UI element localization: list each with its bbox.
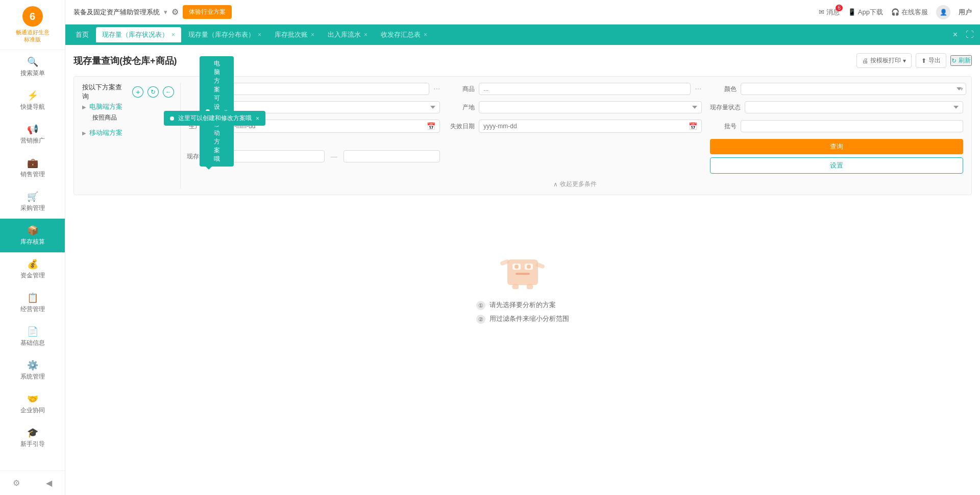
svg-point-3 — [514, 265, 519, 269]
calendar-icon[interactable]: 📅 — [427, 122, 435, 130]
filter-row-batch: 批号 — [710, 120, 963, 133]
empty-state: ① 请先选择要分析的方案 ② 用过滤条件来缩小分析范围 — [74, 203, 972, 369]
scheme-group-desktop: ▶ 电脑端方案 按照商品 — [82, 100, 174, 122]
sidebar-item-quick-nav[interactable]: ⚡ 快捷导航 — [0, 84, 65, 117]
refresh-btn[interactable]: ↻ 刷新 — [950, 55, 972, 66]
message-btn[interactable]: ✉ 消息 6 — [819, 8, 840, 17]
tab-close-all-btn[interactable]: × — [951, 28, 960, 41]
system-title: 装备及固定资产辅助管理系统 — [74, 8, 160, 17]
stock-status-select[interactable] — [745, 101, 963, 113]
filter-row-goods: 商品 ··· — [448, 83, 701, 95]
print-btn[interactable]: 🖨 按模板打印 ▾ — [856, 53, 912, 68]
sidebar-item-enterprise[interactable]: 🤝 企业协同 — [0, 387, 65, 421]
stock-main-from[interactable] — [228, 150, 325, 162]
app-download-btn[interactable]: 📱 App下载 — [848, 8, 883, 17]
search-buttons: 查询 设置 — [710, 139, 963, 174]
sidebar-item-finance[interactable]: 💰 资金管理 — [0, 252, 65, 286]
export-btn[interactable]: ⬆ 导出 — [916, 53, 946, 68]
guide-icon: 🎓 — [27, 427, 38, 438]
svg-point-4 — [527, 265, 531, 269]
reset-btn[interactable]: 设置 — [710, 157, 963, 174]
sidebar-nav: 🔍 搜索菜单 ⚡ 快捷导航 📢 营销推广 💼 销售管理 🛒 采购管理 📦 库存核… — [0, 50, 65, 470]
goods-input[interactable] — [479, 83, 691, 95]
expire-date-input[interactable]: 📅 — [479, 120, 701, 133]
sidebar-item-system[interactable]: ⚙️ 系统管理 — [0, 353, 65, 387]
filter-refresh-btn[interactable]: ↻ — [148, 86, 159, 98]
desktop-scheme-item[interactable]: 按照商品 — [82, 113, 174, 122]
origin-select[interactable] — [479, 101, 701, 113]
tab-close-stock-batch[interactable]: × — [311, 31, 314, 38]
export-icon: ⬆ — [921, 57, 926, 64]
sidebar-item-search[interactable]: 🔍 搜索菜单 — [0, 50, 65, 84]
scheme-group-desktop-header[interactable]: ▶ 电脑端方案 — [82, 100, 174, 113]
filter-row-origin: 产地 — [448, 101, 701, 113]
sidebar-item-marketing[interactable]: 📢 营销推广 — [0, 117, 65, 151]
sidebar-item-purchase[interactable]: 🛒 采购管理 — [0, 185, 65, 219]
headset-icon: 🎧 — [891, 8, 899, 16]
calendar-icon2[interactable]: 📅 — [689, 122, 697, 130]
page-content: 现存量查询(按仓库+商品) 🖨 按模板打印 ▾ ⬆ 导出 ↻ 刷新 — [65, 45, 980, 495]
quick-nav-icon: ⚡ — [27, 90, 38, 101]
filter-label: 按以下方案查询 — [82, 83, 128, 101]
marketing-icon: 📢 — [27, 124, 38, 135]
empty-step1: ① 请先选择要分析的方案 — [476, 300, 569, 310]
scheme-group-mobile-header[interactable]: ▶ 移动端方案 — [82, 126, 174, 139]
tab-close-stock-dist[interactable]: × — [258, 31, 261, 38]
filter-add-scheme-btn[interactable]: + — [132, 86, 143, 98]
filter-row-expire-date: 失效日期 📅 — [448, 120, 701, 133]
message-badge: 6 — [836, 5, 843, 11]
gear-btn[interactable]: ⚙ — [172, 7, 179, 17]
tooltip2-close[interactable]: × — [256, 115, 259, 122]
online-support-btn[interactable]: 🎧 在线客服 — [891, 8, 928, 17]
filter-right: 仓库 ··· 商品 ··· 颜色 — [187, 83, 963, 188]
goods-more-btn[interactable]: ··· — [695, 84, 701, 93]
header-right: ✉ 消息 6 📱 App下载 🎧 在线客服 👤 用户 — [819, 5, 972, 19]
tab-stock-dist[interactable]: 现存量（库存分布表） × — [182, 27, 267, 42]
batch-input[interactable] — [741, 120, 963, 132]
step2-text: 用过滤条件来缩小分析范围 — [489, 314, 569, 323]
user-avatar: 👤 — [936, 5, 950, 19]
color-select[interactable] — [741, 83, 966, 95]
svg-rect-6 — [512, 284, 519, 289]
stock-main-to[interactable] — [344, 150, 440, 162]
sidebar-item-basic-info[interactable]: 📄 基础信息 — [0, 320, 65, 353]
filter-back-btn[interactable]: ← — [163, 86, 174, 98]
tab-home[interactable]: 首页 — [69, 27, 95, 42]
basic-info-icon: 📄 — [27, 326, 38, 337]
expire-date-text[interactable] — [483, 123, 686, 130]
phone-icon: 📱 — [848, 8, 856, 16]
sidebar-item-guide[interactable]: 🎓 新手引导 — [0, 421, 65, 455]
user-name-label[interactable]: 用户 — [959, 8, 972, 17]
tab-stock-batch[interactable]: 库存批次账 × — [268, 27, 321, 42]
collapse-row[interactable]: ∧ 收起更多条件 — [187, 180, 963, 188]
tab-close-stock-status[interactable]: × — [172, 31, 175, 38]
tab-close-receive-summary[interactable]: × — [424, 31, 427, 38]
enterprise-icon: 🤝 — [27, 393, 38, 405]
search-btn[interactable]: 查询 — [710, 139, 963, 154]
tab-stock-status[interactable]: 现存量（库存状况表） × — [96, 27, 181, 42]
tab-close-stock-inout[interactable]: × — [364, 31, 368, 38]
scheme-group-mobile: ▶ 移动端方案 — [82, 126, 174, 139]
sidebar-item-sales[interactable]: 💼 销售管理 — [0, 151, 65, 185]
sidebar-item-operations[interactable]: 📋 经营管理 — [0, 286, 65, 320]
content-area: 现存量查询(按仓库+商品) 🖨 按模板打印 ▾ ⬆ 导出 ↻ 刷新 — [65, 45, 980, 495]
empty-illustration — [497, 244, 548, 290]
warehouse-input[interactable] — [217, 83, 429, 95]
color-label: 颜色 — [710, 85, 737, 93]
svg-rect-7 — [527, 284, 533, 289]
tab-expand-btn[interactable]: ⛶ — [964, 28, 976, 41]
sidebar: 6 畅通道好生意 标准版 🔍 搜索菜单 ⚡ 快捷导航 📢 营销推广 💼 销售管理… — [0, 0, 65, 495]
settings-footer-btn[interactable]: ⚙ — [9, 476, 24, 490]
collapse-sidebar-btn[interactable]: ◀ — [42, 476, 56, 490]
tooltip2: 这里可以创建和修改方案哦 × — [164, 111, 265, 126]
step1-num: ① — [476, 301, 485, 310]
tab-receive-summary[interactable]: 收发存汇总表 × — [375, 27, 433, 42]
system-dropdown-btn[interactable]: ▾ — [164, 8, 167, 16]
sidebar-item-inventory[interactable]: 📦 库存核算 — [0, 219, 65, 252]
range-separator: — — [329, 153, 339, 160]
tab-bar: 首页 现存量（库存状况表） × 现存量（库存分布表） × 库存批次账 × 出入库… — [65, 25, 980, 45]
inventory-icon: 📦 — [27, 225, 38, 236]
tab-stock-inout[interactable]: 出入库流水 × — [322, 27, 374, 42]
experience-btn[interactable]: 体验行业方案 — [183, 5, 232, 19]
warehouse-more-btn[interactable]: ··· — [433, 84, 440, 93]
